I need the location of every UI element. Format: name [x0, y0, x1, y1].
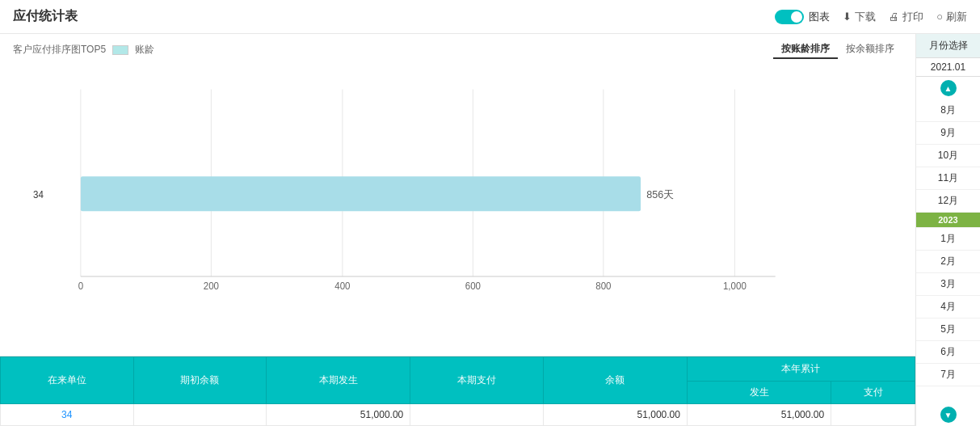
sidebar-item-nov[interactable]: 11月: [916, 167, 980, 190]
sidebar-item-mar[interactable]: 3月: [916, 273, 980, 296]
print-icon: 🖨: [889, 11, 899, 23]
svg-text:600: 600: [465, 280, 482, 291]
col-header-unit: 在来单位: [1, 357, 134, 404]
sidebar-item-jul[interactable]: 7月: [916, 364, 980, 386]
table-row: 34 51,000.00 51,000.00 51,000.00: [1, 404, 915, 426]
sidebar-item-sep[interactable]: 9月: [916, 122, 980, 145]
sidebar: 月份选择 2021.01 ▲ 8月 9月 10月 11月 12月 2023 1月…: [915, 34, 980, 426]
cell-unit[interactable]: 34: [1, 404, 134, 426]
cell-opening: [133, 404, 267, 426]
col-header-current-pay: 本期支付: [410, 357, 544, 404]
sidebar-item-feb[interactable]: 2月: [916, 251, 980, 273]
chart-svg: 34 0 200 400 600 800 1,000: [13, 72, 902, 298]
svg-rect-14: [81, 176, 641, 211]
svg-text:400: 400: [334, 280, 351, 291]
data-table: 在来单位 期初余额 本期发生 本期支付 余额 本年累计 发生 支付: [0, 356, 915, 426]
sidebar-item-aug[interactable]: 8月: [916, 99, 980, 122]
svg-text:800: 800: [595, 280, 612, 291]
arrow-down-icon[interactable]: ▼: [940, 407, 957, 423]
main-container: 应付统计表 图表 ⬇ 下载 🖨 打印 ○ 刷新: [0, 0, 980, 426]
chart-toggle[interactable]: [775, 10, 804, 24]
legend-box: [112, 45, 128, 55]
sidebar-item-may[interactable]: 5月: [916, 318, 980, 341]
sidebar-year-2023[interactable]: 2023: [916, 213, 980, 228]
sidebar-arrow-down[interactable]: ▼: [916, 403, 980, 426]
sidebar-item-apr[interactable]: 4月: [916, 296, 980, 318]
refresh-icon: ○: [936, 11, 943, 23]
col-header-current-occ: 本期发生: [267, 357, 410, 404]
legend-label: 账龄: [135, 43, 154, 57]
svg-text:0: 0: [78, 280, 84, 291]
cell-ytd-pay: [831, 404, 915, 426]
svg-text:34: 34: [33, 189, 44, 200]
chart-title: 客户应付排序图TOP5: [13, 43, 106, 57]
sidebar-month-list: 8月 9月 10月 11月 12月 2023 1月 2月 3月 4月 5月 6月…: [916, 99, 980, 403]
sidebar-header: 月份选择: [916, 34, 980, 58]
cell-current-pay: [410, 404, 544, 426]
col-header-ytd-occ: 发生: [687, 382, 831, 404]
sidebar-item-jun[interactable]: 6月: [916, 341, 980, 364]
page-title: 应付统计表: [13, 8, 78, 25]
svg-text:200: 200: [204, 280, 220, 291]
svg-text:1,000: 1,000: [723, 280, 747, 291]
sort-by-balance-button[interactable]: 按余额排序: [838, 40, 902, 59]
sort-by-age-button[interactable]: 按账龄排序: [773, 40, 838, 59]
chart-toggle-label: 图表: [809, 10, 830, 24]
sidebar-item-jan[interactable]: 1月: [916, 228, 980, 251]
header: 应付统计表 图表 ⬇ 下载 🖨 打印 ○ 刷新: [0, 0, 980, 34]
chart-wrapper: 34 0 200 400 600 800 1,000: [0, 65, 915, 356]
table-section: 在来单位 期初余额 本期发生 本期支付 余额 本年累计 发生 支付: [0, 356, 915, 426]
sidebar-current-month: 2021.01: [916, 58, 980, 77]
chart-controls: 客户应付排序图TOP5 账龄 按账龄排序 按余额排序: [0, 34, 915, 65]
col-header-opening: 期初余额: [133, 357, 267, 404]
toggle-knob: [791, 11, 802, 23]
col-header-ytd: 本年累计: [687, 357, 915, 382]
cell-balance: 51,000.00: [543, 404, 687, 426]
sidebar-item-oct[interactable]: 10月: [916, 145, 980, 167]
print-button[interactable]: 🖨 打印: [889, 10, 923, 24]
sidebar-arrow-up[interactable]: ▲: [916, 77, 980, 99]
download-button[interactable]: ⬇ 下载: [843, 10, 876, 24]
chart-area: 34 0 200 400 600 800 1,000: [13, 72, 902, 298]
sort-buttons: 按账龄排序 按余额排序: [773, 40, 902, 59]
cell-ytd-occ: 51,000.00: [687, 404, 831, 426]
col-header-ytd-pay: 支付: [831, 382, 915, 404]
chart-toggle-container: 图表: [775, 10, 830, 24]
arrow-up-icon[interactable]: ▲: [940, 80, 957, 96]
table-container: 在来单位 期初余额 本期发生 本期支付 余额 本年累计 发生 支付: [0, 356, 915, 426]
chart-section: 客户应付排序图TOP5 账龄 按账龄排序 按余额排序 34 0: [0, 34, 915, 426]
sidebar-item-dec[interactable]: 12月: [916, 190, 980, 213]
svg-text:856天: 856天: [646, 188, 674, 200]
header-actions: 图表 ⬇ 下载 🖨 打印 ○ 刷新: [775, 10, 967, 24]
chart-legend: 客户应付排序图TOP5 账龄: [13, 43, 154, 57]
col-header-balance: 余额: [543, 357, 687, 404]
refresh-button[interactable]: ○ 刷新: [936, 10, 967, 24]
download-icon: ⬇: [843, 11, 852, 23]
content-area: 客户应付排序图TOP5 账龄 按账龄排序 按余额排序 34 0: [0, 34, 980, 426]
cell-current-occ: 51,000.00: [267, 404, 410, 426]
